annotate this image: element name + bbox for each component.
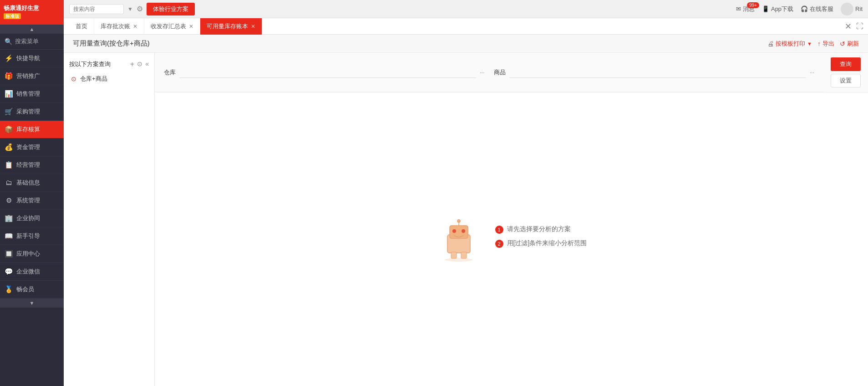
filter-item-icon: ⊙ — [71, 75, 76, 82]
sidebar-item-apps[interactable]: 🔲 应用中心 — [0, 245, 64, 263]
product-input[interactable] — [509, 67, 806, 78]
print-label: 按模板打印 — [776, 40, 805, 48]
operation-icon: 📋 — [5, 161, 13, 169]
sidebar-label-operation: 经营管理 — [16, 161, 40, 169]
tip-2: 2 用[过滤]条件来缩小分析范围 — [495, 239, 587, 248]
warehouse-more[interactable]: ··· — [480, 69, 484, 76]
username-label: Rit — [855, 5, 863, 12]
refresh-label: 刷新 — [847, 40, 859, 48]
product-more[interactable]: ··· — [810, 69, 814, 76]
filter-settings-icon[interactable]: ⊙ — [137, 60, 142, 68]
finance-icon: 💰 — [5, 143, 13, 151]
tab-available-ledger-label: 可用量库存账本 — [207, 22, 248, 31]
sidebar-item-base[interactable]: 🗂 基础信息 — [0, 174, 64, 192]
online-service-button[interactable]: 🎧 在线客服 — [801, 5, 833, 13]
sidebar-item-marketing[interactable]: 🎁 营销推广 — [0, 67, 64, 85]
messages-button[interactable]: ✉ 消息 99+ — [736, 5, 755, 13]
sidebar-item-shortcut[interactable]: ⚡ 快捷导航 — [0, 50, 64, 67]
sidebar-scroll-up[interactable]: ▲ — [0, 25, 64, 34]
sidebar-scroll-down[interactable]: ▼ — [0, 299, 64, 308]
sidebar-item-search[interactable]: 🔍 搜索菜单 — [0, 34, 64, 50]
svg-rect-1 — [450, 226, 468, 238]
app-download-label: App下载 — [771, 5, 793, 13]
phone-icon: 📱 — [762, 5, 769, 12]
sidebar-label-system: 系统管理 — [16, 196, 40, 205]
print-chevron[interactable]: ▼ — [807, 41, 812, 46]
app-download-button[interactable]: 📱 App下载 — [762, 5, 793, 13]
sidebar-label-sales: 销售管理 — [16, 90, 40, 98]
sidebar: 畅康通好生意 标准版 ▲ 🔍 搜索菜单 ⚡ 快捷导航 🎁 营销推广 📊 销售管理… — [0, 0, 64, 386]
export-icon: ↑ — [817, 40, 821, 47]
sidebar-label-member: 畅会员 — [16, 285, 34, 293]
warehouse-input[interactable] — [179, 67, 476, 78]
sales-icon: 📊 — [5, 90, 13, 98]
sidebar-label-inventory: 库存核算 — [16, 125, 40, 134]
filter-item-warehouse-product[interactable]: ⊙ 仓库+商品 — [64, 71, 154, 87]
filter-header-icons: + ⊙ « — [130, 60, 149, 68]
tab-inventory-summary[interactable]: 收发存汇总表 ✕ — [144, 18, 200, 35]
sidebar-item-operation[interactable]: 📋 经营管理 — [0, 156, 64, 174]
print-action[interactable]: 🖨 按模板打印 ▼ — [767, 40, 812, 48]
sidebar-logo: 畅康通好生意 标准版 — [0, 0, 64, 25]
page-header-actions: 🖨 按模板打印 ▼ ↑ 导出 ↺ 刷新 — [767, 40, 859, 48]
tab-inventory-summary-close[interactable]: ✕ — [189, 23, 193, 30]
query-fields: 仓库 ··· 商品 ··· — [155, 53, 823, 92]
tab-available-ledger-close[interactable]: ✕ — [251, 23, 255, 30]
sidebar-item-member[interactable]: 🏅 畅会员 — [0, 281, 64, 299]
trial-btn[interactable]: 体验行业方案 — [147, 3, 195, 15]
filter-header: 按以下方案查询 + ⊙ « — [64, 57, 154, 71]
tab-batch-accounts-close[interactable]: ✕ — [133, 23, 137, 30]
query-actions: 查询 设置 — [823, 53, 868, 92]
sidebar-item-inventory[interactable]: 📦 库存核算 — [0, 121, 64, 139]
sidebar-label-base: 基础信息 — [16, 179, 40, 187]
apps-icon: 🔲 — [5, 250, 13, 258]
refresh-icon: ↺ — [840, 40, 845, 47]
sidebar-item-system[interactable]: ⚙ 系统管理 — [0, 192, 64, 210]
page-header: 可用量查询(按仓库+商品) 🖨 按模板打印 ▼ ↑ 导出 ↺ 刷新 — [64, 35, 868, 53]
warehouse-label: 仓库 — [164, 68, 176, 77]
search-input[interactable] — [69, 4, 124, 14]
page-title: 可用量查询(按仓库+商品) — [73, 39, 150, 48]
filter-add-icon[interactable]: + — [130, 60, 134, 68]
sidebar-item-finance[interactable]: 💰 资金管理 — [0, 139, 64, 156]
topbar-right: ✉ 消息 99+ 📱 App下载 🎧 在线客服 Rit — [736, 3, 863, 15]
tab-home[interactable]: 首页 — [69, 18, 94, 35]
tabbar-close-icon[interactable]: ✕ — [845, 21, 852, 31]
member-icon: 🏅 — [5, 285, 13, 293]
topbar: ▼ ⚙ 体验行业方案 ✉ 消息 99+ 📱 App下载 🎧 在线客服 Rit — [64, 0, 868, 18]
sidebar-label-enterprise: 企业协同 — [16, 214, 40, 222]
sidebar-label-wechat: 企业微信 — [16, 268, 40, 276]
sidebar-item-wechat[interactable]: 💬 企业微信 — [0, 263, 64, 281]
svg-point-8 — [445, 258, 472, 262]
tabbar-expand-icon[interactable]: ⛶ — [856, 22, 863, 31]
system-icon: ⚙ — [5, 196, 13, 205]
filter-collapse-icon[interactable]: « — [145, 60, 149, 68]
tab-batch-accounts[interactable]: 库存批次账 ✕ — [94, 18, 144, 35]
sidebar-item-guide[interactable]: 📖 新手引导 — [0, 227, 64, 245]
sidebar-item-purchase[interactable]: 🛒 采购管理 — [0, 103, 64, 121]
tab-inventory-summary-label: 收发存汇总表 — [151, 22, 186, 31]
sidebar-item-enterprise[interactable]: 🏢 企业协同 — [0, 210, 64, 227]
purchase-icon: 🛒 — [5, 108, 13, 116]
message-bell-icon: ✉ — [736, 5, 741, 12]
chevron-down-icon[interactable]: ▼ — [127, 6, 133, 12]
sidebar-item-sales[interactable]: 📊 销售管理 — [0, 85, 64, 103]
user-menu[interactable]: Rit — [841, 3, 863, 15]
svg-rect-6 — [451, 252, 457, 258]
export-label: 导出 — [822, 40, 834, 48]
gear-icon[interactable]: ⚙ — [137, 5, 143, 13]
sidebar-label-guide: 新手引导 — [16, 232, 40, 240]
sidebar-label-finance: 资金管理 — [16, 143, 40, 151]
settings-button[interactable]: 设置 — [831, 74, 861, 87]
tab-available-ledger[interactable]: 可用量库存账本 ✕ — [200, 18, 262, 35]
svg-point-2 — [452, 229, 456, 233]
tip-2-text: 用[过滤]条件来缩小分析范围 — [507, 239, 587, 247]
export-action[interactable]: ↑ 导出 — [817, 40, 834, 48]
refresh-action[interactable]: ↺ 刷新 — [840, 40, 859, 48]
tabbar: 首页 库存批次账 ✕ 收发存汇总表 ✕ 可用量库存账本 ✕ ✕ ⛶ — [64, 18, 868, 35]
svg-rect-7 — [461, 252, 467, 258]
query-button[interactable]: 查询 — [831, 57, 861, 71]
sidebar-logo-name: 畅康通好生意 — [4, 5, 39, 11]
online-service-label: 在线客服 — [810, 5, 833, 13]
guide-icon: 📖 — [5, 232, 13, 240]
